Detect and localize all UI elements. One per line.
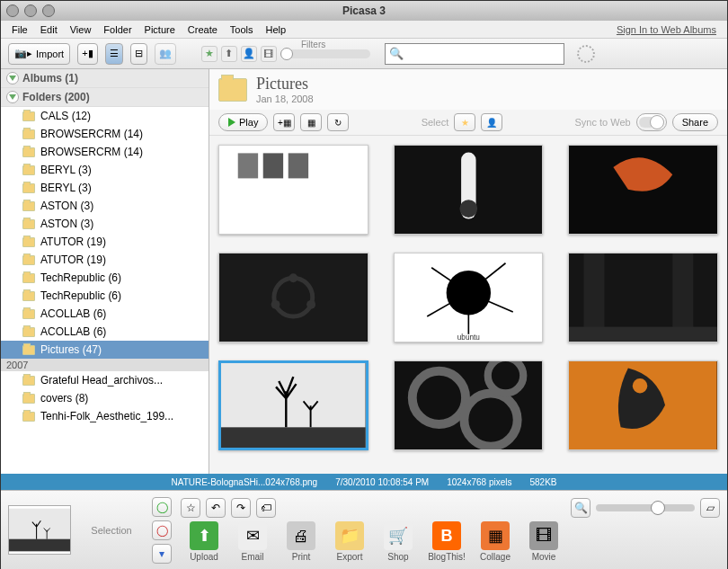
folder-item[interactable]: Grateful Head_archivos... [1,371,209,389]
folder-item[interactable]: ATUTOR (19) [1,233,209,251]
slideshow-button[interactable]: ▱ [700,498,720,518]
movie-button[interactable]: 🎞Movie [520,521,567,562]
filter-star-icon[interactable]: ★ [201,46,218,62]
thumbnail[interactable] [568,360,718,450]
folder-item[interactable]: ATUTOR (19) [1,251,209,269]
folder-item[interactable]: ACOLLAB (6) [1,305,209,323]
thumbnail-selected[interactable] [218,360,368,450]
folder-item-selected[interactable]: Pictures (47) [1,341,209,359]
print-button[interactable]: 🖨Print [278,521,324,562]
list-view-button[interactable]: ☰ [105,43,123,65]
star-button[interactable]: ☆ [181,498,200,518]
export-button[interactable]: 📁Export [326,521,373,562]
list-icon: ☰ [110,48,119,59]
rotate-left-button[interactable]: ↶ [206,498,226,518]
menu-edit[interactable]: Edit [35,22,63,37]
folder-item[interactable]: covers (8) [1,389,209,407]
blogthis-label: BlogThis! [428,552,466,562]
folder-item[interactable]: BROWSERCRM (14) [1,143,209,161]
loading-spinner-icon [577,45,595,63]
email-button[interactable]: ✉Email [229,521,276,562]
zoom-mode-button[interactable]: 🔍 [571,498,590,518]
albums-header-label: Albums (1) [22,72,78,84]
people-button[interactable]: 👥 [155,43,176,65]
folder-label: Grateful Head_archivos... [40,374,163,387]
folder-item[interactable]: ASTON (3) [1,215,209,233]
filter-upload-icon[interactable]: ⬆ [221,46,237,62]
folder-icon [22,255,35,265]
folder-item[interactable]: Tenhi-Folk_Aesthetic_199... [1,407,209,425]
selection-thumbnail[interactable] [8,505,71,555]
clear-button[interactable]: ◯ [152,520,172,540]
play-button[interactable]: Play [218,113,268,131]
menu-help[interactable]: Help [261,22,292,37]
app-window: Picasa 3 File Edit View Folder Picture C… [0,0,728,569]
menu-create[interactable]: Create [182,22,223,37]
folder-icon [22,237,35,247]
folder-icon [22,394,35,404]
sync-toggle[interactable] [636,113,667,131]
thumbnail[interactable] [394,145,544,235]
thumbnail[interactable] [394,360,544,450]
thumbnail[interactable] [218,253,368,342]
select-star-button[interactable]: ★ [454,113,475,131]
import-button[interactable]: 📷▸ Import [8,43,70,65]
add-to-album-button[interactable]: ▾ [152,544,172,564]
folder-item[interactable]: ACOLLAB (6) [1,323,209,341]
folder-icon [22,345,35,355]
svg-point-11 [271,300,280,309]
tag-button[interactable]: 🏷 [256,498,276,518]
filter-date-slider[interactable] [280,49,370,58]
minimize-window-button[interactable] [24,4,37,17]
thumbnail[interactable] [218,145,368,235]
share-button[interactable]: Share [672,113,718,131]
folder-label: covers (8) [40,392,88,405]
search-input[interactable]: 🔍 [385,43,564,65]
filter-face-icon[interactable]: 👤 [241,46,257,62]
menu-view[interactable]: View [65,22,97,37]
thumbnail[interactable]: ubuntu [394,253,544,342]
albums-header[interactable]: Albums (1) [1,69,209,88]
folder-item[interactable]: TechRepublic (6) [1,287,209,305]
rotate-right-button[interactable]: ↷ [231,498,251,518]
folders-header[interactable]: Folders (200) [1,88,209,107]
folder-item[interactable]: BROWSERCRM (14) [1,125,209,143]
add-photos-button[interactable]: +▦ [273,113,295,131]
menu-tools[interactable]: Tools [225,22,259,37]
menu-file[interactable]: File [6,22,33,37]
folder-item[interactable]: BERYL (3) [1,179,209,197]
folder-item[interactable]: BERYL (3) [1,161,209,179]
close-window-button[interactable] [6,4,19,17]
create-movie-button[interactable]: ↻ [327,113,349,131]
collage-button[interactable]: ▦Collage [472,521,519,562]
add-button[interactable]: +▮ [77,43,97,65]
filter-movie-icon[interactable]: 🎞 [261,46,277,62]
menu-folder[interactable]: Folder [98,22,137,37]
select-people-button[interactable]: 👤 [481,113,502,131]
svg-point-5 [459,200,477,218]
blogthis-button[interactable]: BBlogThis! [423,521,470,562]
folder-item[interactable]: CALS (12) [1,107,209,125]
folder-item[interactable]: TechRepublic (6) [1,269,209,287]
folder-item[interactable]: ASTON (3) [1,197,209,215]
filters-group: ★ ⬆ 👤 🎞 [201,46,370,62]
menu-picture[interactable]: Picture [139,22,181,37]
email-icon: ✉ [238,521,267,550]
upload-button[interactable]: ⬆Upload [181,521,227,562]
svg-rect-24 [221,427,366,450]
hold-button[interactable]: ◯ [152,497,172,517]
signin-link[interactable]: Sign In to Web Albums [611,22,722,37]
svg-point-9 [289,274,297,283]
zoom-slider[interactable] [596,504,695,511]
status-bar: NATURE-BolognaSHi...024x768.png 7/30/201… [1,474,727,490]
thumbnail[interactable] [568,145,718,235]
maximize-window-button[interactable] [42,4,55,17]
create-collage-button[interactable]: ▦ [300,113,322,131]
thumbnail[interactable] [568,253,718,342]
folder-label: BROWSERCRM (14) [40,146,143,158]
folder-icon [22,219,35,229]
tree-view-button[interactable]: ⊟ [130,43,147,65]
shop-button[interactable]: 🛒Shop [375,521,422,562]
svg-rect-0 [238,153,258,178]
window-controls [6,4,55,17]
